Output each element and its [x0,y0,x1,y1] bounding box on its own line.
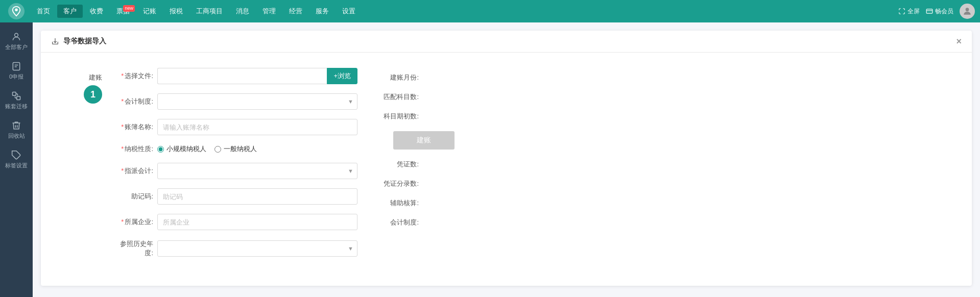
ledger-name-row: *账簿名称: [112,119,357,135]
svg-rect-1 [926,9,933,13]
fullscreen-btn[interactable]: 全屏 [898,7,920,16]
voucher-entries-row: 凭证分录数: [373,179,490,188]
dialog-title: 导爷数据导入 [63,37,106,46]
step-section: 建账 1 [51,68,112,267]
top-nav: 首页 客户 收费 票据 new 记账 报税 工商项目 消息 管理 经营 服务 设… [0,0,980,22]
browse-btn[interactable]: +浏览 [327,68,357,84]
aux-accounting-row: 辅助核算: [373,199,490,208]
accountant-row: *指派会计: ▼ [112,163,357,179]
memo-row: 助记码: [112,188,357,205]
voucher-label: 凭证数: [373,160,419,169]
build-month-label: 建账月份: [373,73,419,82]
sidebar-label-migrate: 账套迁移 [5,103,28,110]
sidebar-label-tags: 标签设置 [5,162,28,169]
nav-tax[interactable]: 报税 [163,5,189,18]
file-input[interactable] [157,68,327,84]
accountant-select[interactable] [157,163,357,179]
nav-invoice[interactable]: 票据 new [110,5,136,18]
accountant-select-wrapper: ▼ [157,163,357,179]
nav-settings[interactable]: 设置 [336,5,362,18]
file-input-group: +浏览 [157,68,357,84]
match-subjects-label: 匹配科目数: [373,92,419,102]
svg-point-0 [15,9,18,12]
dialog-card: 导爷数据导入 × 建账 1 *选择文件: [41,31,972,286]
tax-type-label: *纳税性质: [112,144,153,154]
sidebar-item-migrate[interactable]: 账套迁移 [0,86,33,115]
history-year-row: 参照历史年度: ▼ [112,239,357,258]
content-area: 导爷数据导入 × 建账 1 *选择文件: [33,22,980,297]
company-label: *所属企业: [112,217,153,227]
voucher-row: 凭证数: [373,160,490,169]
form-section: *选择文件: +浏览 *会计制度: [112,68,357,267]
history-year-label: 参照历史年度: [112,239,153,258]
accounting-system-select[interactable] [157,93,357,110]
svg-rect-4 [13,63,19,70]
nav-right: 全屏 畅会员 [898,4,975,19]
main-layout: 全部客户 0申报 账套迁移 回收站 标签设置 [0,22,980,297]
memo-input[interactable] [157,188,357,205]
nav-service[interactable]: 服务 [309,5,335,18]
accounting-system-row: *会计制度: ▼ [112,93,357,110]
nav-home[interactable]: 首页 [31,5,56,18]
ledger-name-input[interactable] [157,119,357,135]
new-badge: new [123,5,135,12]
match-subjects-row: 匹配科目数: [373,92,490,102]
file-select-row: *选择文件: +浏览 [112,68,357,84]
ledger-name-label: *账簿名称: [112,122,153,132]
svg-point-3 [15,33,18,37]
history-year-select[interactable] [157,240,357,257]
svg-rect-8 [17,96,20,100]
nav-business[interactable]: 工商项目 [190,5,229,18]
nav-operation[interactable]: 经营 [283,5,308,18]
dialog-header: 导爷数据导入 × [41,31,972,53]
sidebar-item-zero-report[interactable]: 0申报 [0,56,33,86]
sidebar-label-recycle: 回收站 [8,132,25,140]
svg-rect-7 [13,92,16,96]
step-label: 建账 [89,73,102,82]
step-circle: 1 [84,85,102,104]
subject-init-label: 科目期初数: [373,112,419,121]
sidebar-label-all-clients: 全部客户 [5,43,28,51]
memo-label: 助记码: [112,192,153,201]
file-label: *选择文件: [112,71,153,81]
tax-type-radio-group: 小规模纳税人 一般纳税人 [157,144,357,154]
voucher-entries-label: 凭证分录数: [373,179,419,188]
subject-init-row: 科目期初数: [373,112,490,121]
accounting-system-info-label: 会计制度: [373,218,419,227]
accounting-system-info-row: 会计制度: [373,218,490,227]
member-btn[interactable]: 畅会员 [926,7,953,16]
nav-bookkeeping[interactable]: 记账 [137,5,162,18]
app-logo[interactable] [5,0,28,22]
user-avatar[interactable] [960,4,975,19]
sidebar-label-zero-report: 0申报 [9,73,23,81]
accounting-system-select-wrapper: ▼ [157,93,357,110]
tax-small-radio[interactable]: 小规模纳税人 [157,144,206,154]
sidebar: 全部客户 0申报 账套迁移 回收站 标签设置 [0,22,33,297]
build-month-row: 建账月份: [373,73,490,82]
accounting-system-label: *会计制度: [112,97,153,106]
nav-items: 首页 客户 收费 票据 new 记账 报税 工商项目 消息 管理 经营 服务 设… [31,5,898,18]
nav-fee[interactable]: 收费 [84,5,109,18]
info-section: 建账月份: 匹配科目数: 科目期初数: 建账 凭证数: [357,68,490,267]
import-icon [51,37,59,45]
nav-manage[interactable]: 管理 [256,5,282,18]
svg-point-2 [966,8,969,11]
history-year-select-wrapper: ▼ [157,240,357,257]
sidebar-item-tags[interactable]: 标签设置 [0,145,33,175]
tax-general-radio[interactable]: 一般纳税人 [214,144,257,154]
accountant-label: *指派会计: [112,166,153,176]
aux-accounting-label: 辅助核算: [373,199,419,208]
dialog-close-btn[interactable]: × [956,37,962,46]
build-account-btn[interactable]: 建账 [393,131,455,150]
company-row: *所属企业: [112,214,357,230]
nav-client[interactable]: 客户 [57,5,83,18]
tax-type-row: *纳税性质: 小规模纳税人 一般纳税人 [112,144,357,154]
company-input[interactable] [157,214,357,230]
dialog-body: 建账 1 *选择文件: +浏览 [41,53,972,282]
sidebar-item-all-clients[interactable]: 全部客户 [0,27,33,56]
nav-message[interactable]: 消息 [230,5,255,18]
sidebar-item-recycle[interactable]: 回收站 [0,115,33,145]
